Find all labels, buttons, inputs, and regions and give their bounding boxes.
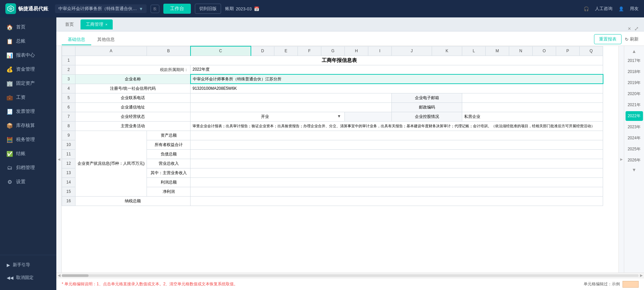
col-header-p[interactable]: P bbox=[556, 46, 580, 56]
copy-icon-btn[interactable]: ⎘ bbox=[151, 5, 159, 13]
year-item-2019[interactable]: 2019年 bbox=[626, 78, 643, 88]
tab-close-icon[interactable]: × bbox=[105, 22, 107, 26]
equity-label: 所有者权益合计 bbox=[147, 140, 191, 149]
hscroll-bar[interactable]: ◀ ▶ bbox=[56, 273, 644, 278]
sidebar-item-salary[interactable]: 💼 工资 bbox=[0, 90, 56, 104]
calendar-icon[interactable]: 📅 bbox=[254, 6, 259, 11]
year-item-2023[interactable]: 2023年 bbox=[626, 122, 643, 132]
total-profit-label: 利润总额 bbox=[147, 177, 191, 187]
col-header-q[interactable]: Q bbox=[580, 46, 603, 56]
phone-value-cell[interactable] bbox=[191, 93, 392, 102]
sidebar-item-home[interactable]: 🏠 首页 bbox=[0, 20, 56, 34]
tab-bizmanage[interactable]: 工商管理 × bbox=[80, 19, 113, 29]
hscroll-left-arrow[interactable]: ◀ bbox=[58, 273, 60, 278]
col-header-l[interactable]: L bbox=[462, 46, 486, 56]
address-value-cell[interactable] bbox=[191, 102, 392, 112]
col-header-a[interactable]: A bbox=[75, 46, 147, 56]
col-header-j[interactable]: J bbox=[392, 46, 432, 56]
total-revenue-value-cell[interactable] bbox=[191, 159, 603, 168]
period-value: 2023-03 bbox=[236, 6, 252, 11]
tab-home-label: 首页 bbox=[65, 21, 74, 27]
sidebar-item-ledger[interactable]: 📋 总账 bbox=[0, 34, 56, 48]
year-up-icon: ▲ bbox=[632, 49, 637, 54]
year-item-2020[interactable]: 2020年 bbox=[626, 89, 643, 99]
copy-icon: ⎘ bbox=[154, 6, 156, 11]
col-header-e[interactable]: E bbox=[274, 46, 298, 56]
year-item-2021[interactable]: 2021年 bbox=[626, 100, 643, 110]
sheet-title-cell[interactable]: 工商年报信息表 bbox=[75, 56, 603, 65]
biz-status-value-cell[interactable]: 开业 ▼ bbox=[191, 112, 345, 121]
col-header-g[interactable]: G bbox=[321, 46, 345, 56]
email-value-cell[interactable] bbox=[462, 93, 603, 102]
col-header-h[interactable]: H bbox=[345, 46, 368, 56]
code-value-cell[interactable]: 91320100MA208E5W6K bbox=[191, 84, 603, 93]
user-label[interactable]: 用友 bbox=[630, 6, 639, 12]
company-name-value-cell[interactable]: 中审众环会计师事务所（特殊普通合伙）江苏分所 bbox=[191, 74, 603, 84]
refresh-button[interactable]: ↻ 刷新 bbox=[625, 36, 639, 42]
support-label[interactable]: 人工咨询 bbox=[595, 6, 612, 12]
holding-value-cell[interactable]: 私营企业 bbox=[462, 112, 603, 121]
main-biz-label: 主营业务活动 bbox=[75, 121, 191, 131]
scroll-left-btn[interactable]: ◀ bbox=[56, 46, 62, 273]
sample-label: 单元格编辑过：示例 bbox=[584, 281, 620, 287]
sidebar-item-inventory[interactable]: 📦 库存核算 bbox=[0, 119, 56, 133]
equity-value-cell[interactable] bbox=[191, 140, 603, 149]
total-profit-value-cell[interactable] bbox=[191, 177, 603, 187]
sidebar-item-reports[interactable]: 📊 报表中心 bbox=[0, 48, 56, 62]
col-header-k[interactable]: K bbox=[432, 46, 462, 56]
col-header-f[interactable]: F bbox=[298, 46, 321, 56]
sidebar-item-tax[interactable]: 🧮 税务管理 bbox=[0, 133, 56, 147]
page-content: 基础信息 其他信息 重置报表 ↻ 刷新 bbox=[56, 31, 644, 290]
address-label: 企业通信地址 bbox=[75, 102, 191, 112]
col-header-m[interactable]: M bbox=[486, 46, 509, 56]
sidebar-item-invoice[interactable]: 🧾 发票管理 bbox=[0, 104, 56, 119]
sidebar-item-assets[interactable]: 🏢 固定资产 bbox=[0, 76, 56, 90]
year-item-2024[interactable]: 2024年 bbox=[626, 133, 643, 143]
tab-basic-info[interactable]: 基础信息 bbox=[62, 34, 91, 45]
close-window-button[interactable]: × bbox=[628, 25, 631, 32]
col-header-d[interactable]: D bbox=[251, 46, 274, 56]
sidebar-item-unpin[interactable]: ◀◀ 取消固定 bbox=[0, 271, 56, 284]
sidebar-item-finance[interactable]: 💰 资金管理 bbox=[0, 62, 56, 76]
hscroll-right-arrow[interactable]: ▶ bbox=[640, 273, 643, 278]
col-header-b[interactable]: B bbox=[147, 46, 191, 56]
oldver-button[interactable]: 切到旧版 bbox=[195, 4, 221, 14]
close-period-icon: ✅ bbox=[7, 151, 13, 157]
expand-window-button[interactable]: ⤢ bbox=[634, 25, 639, 32]
sidebar-item-settings[interactable]: ⚙ 设置 bbox=[0, 175, 56, 189]
liability-value-cell[interactable] bbox=[191, 149, 603, 159]
postcode-label: 邮政编码 bbox=[392, 102, 462, 112]
tab-other-info[interactable]: 其他信息 bbox=[91, 34, 121, 45]
total-assets-label: 资产总额 bbox=[147, 131, 191, 140]
period-value-cell[interactable]: 2022年度 bbox=[191, 65, 603, 74]
col-header-n[interactable]: N bbox=[509, 46, 533, 56]
year-scroll-down-btn[interactable]: ▼ bbox=[629, 166, 640, 174]
workbench-button[interactable]: 工作台 bbox=[163, 4, 191, 14]
reset-report-button[interactable]: 重置报表 bbox=[594, 34, 622, 44]
year-item-2026[interactable]: 2026年 bbox=[626, 155, 643, 165]
sidebar-item-close[interactable]: ✅ 结账 bbox=[0, 147, 56, 161]
hscroll-track[interactable] bbox=[62, 274, 639, 277]
spreadsheet-container[interactable]: A B C D E F G H I J bbox=[62, 46, 619, 273]
sidebar-item-guide[interactable]: ▶ 新手引导 bbox=[0, 259, 56, 271]
postcode-value-cell[interactable] bbox=[462, 102, 603, 112]
net-profit-value-cell[interactable] bbox=[191, 187, 603, 196]
year-item-2018[interactable]: 2018年 bbox=[626, 67, 643, 77]
main-biz-value-cell[interactable]: 审查企业会计报表；出具审计报告；验证企业资本；出具验资报告；办理企业合并、分立、… bbox=[191, 121, 603, 131]
main-revenue-value-cell[interactable] bbox=[191, 168, 603, 177]
col-header-o[interactable]: O bbox=[533, 46, 556, 56]
total-tax-value-cell[interactable] bbox=[191, 196, 603, 206]
year-scroll-up-btn[interactable]: ▲ bbox=[629, 47, 640, 55]
year-item-2022[interactable]: 2022年 bbox=[626, 111, 643, 121]
scroll-right-btn[interactable]: ▶ bbox=[619, 46, 624, 273]
col-header-c[interactable]: C bbox=[191, 46, 251, 56]
sidebar-item-archive[interactable]: 🗂 归档管理 bbox=[0, 161, 56, 175]
tab-home[interactable]: 首页 bbox=[60, 19, 79, 29]
company-selector[interactable]: 中审众环会计师事务所（特殊普通合伙… ▼ bbox=[55, 4, 147, 13]
year-item-2025[interactable]: 2025年 bbox=[626, 144, 643, 154]
total-assets-value-cell[interactable] bbox=[191, 131, 603, 140]
year-item-2017[interactable]: 2017年 bbox=[626, 56, 643, 66]
hscroll-thumb[interactable] bbox=[62, 274, 89, 277]
col-header-i[interactable]: I bbox=[368, 46, 392, 56]
ledger-icon: 📋 bbox=[7, 38, 13, 44]
